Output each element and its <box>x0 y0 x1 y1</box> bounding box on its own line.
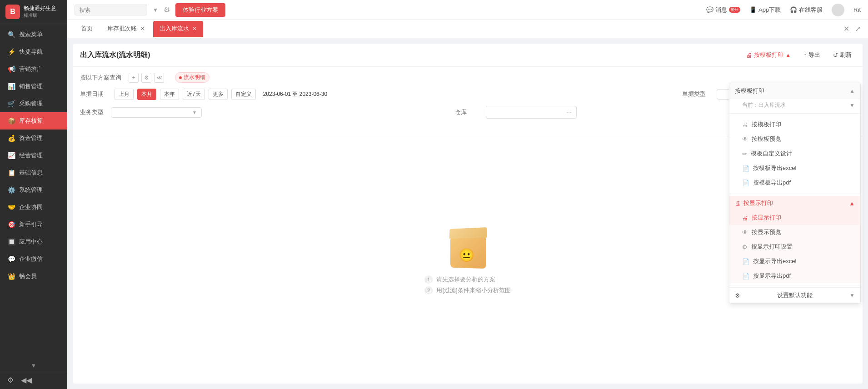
dropdown-collapse-icon[interactable]: ▲ <box>849 88 855 94</box>
dropdown-template-pdf-btn[interactable]: 📄 按模板导出pdf <box>729 175 860 190</box>
flow-detail-tag[interactable]: 流水明细 <box>175 72 210 83</box>
display-print-section-header[interactable]: 🖨 按显示打印 ▲ <box>729 196 860 210</box>
dropdown-display-excel-btn[interactable]: 📄 按显示导出excel <box>729 254 860 269</box>
sidebar-item-basic-info[interactable]: 📋 基础信息 <box>0 164 67 181</box>
print-dropdown-panel: 按模板打印 ▲ 当前：出入库流水 ▼ 🖨 按模板打印 👁 按模板预览 <box>729 83 861 304</box>
warehouse-more-icon[interactable]: ··· <box>566 109 572 116</box>
tab-inout-flow[interactable]: 出入库流水 ✕ <box>153 21 204 37</box>
date-last-month-button[interactable]: 上月 <box>115 89 134 100</box>
sidebar-item-cooperation[interactable]: 🤝 企业协同 <box>0 199 67 216</box>
collapse-filter-button[interactable]: ≪ <box>154 73 164 83</box>
settings-bottom-icon[interactable]: ⚙ <box>7 376 14 384</box>
sidebar-item-sales[interactable]: 📊 销售管理 <box>0 78 67 95</box>
printer-icon: 🖨 <box>746 52 752 59</box>
money-icon: 💰 <box>7 135 15 142</box>
template-preview-item-label: 按模板预览 <box>752 135 781 143</box>
clipboard-icon: 📋 <box>7 169 15 176</box>
sidebar-item-guide[interactable]: 🎯 新手引导 <box>0 216 67 233</box>
refresh-button[interactable]: ↺ 刷新 <box>829 49 855 61</box>
dropdown-template-excel-btn[interactable]: 📄 按模板导出excel <box>729 161 860 175</box>
sidebar-item-wechat[interactable]: 💬 企业微信 <box>0 250 67 268</box>
empty-tips: 1 请先选择要分析的方案 2 用[过滤]条件来缩小分析范围 <box>424 275 510 297</box>
topbar-dropdown-arrow[interactable]: ▼ <box>153 7 158 13</box>
dropdown-display-preview-btn[interactable]: 👁 按显示预览 <box>729 225 860 239</box>
headset-icon: 🎧 <box>790 6 797 13</box>
date-last-7-days-button[interactable]: 近7天 <box>183 89 205 100</box>
export-label: 导出 <box>808 51 820 59</box>
main-content: ▼ ⚙ 体验行业方案 💬 消息 99+ 📱 App下载 🎧 在线客服 Rit 首… <box>67 0 868 389</box>
flow-tag-label: 流水明细 <box>184 74 205 81</box>
date-more-button[interactable]: 更多 <box>209 89 228 100</box>
megaphone-icon: 📢 <box>7 65 15 73</box>
printer-display-icon: 🖨 <box>742 214 748 221</box>
dropdown-divider-3 <box>729 285 860 285</box>
date-this-month-button[interactable]: 本月 <box>137 89 156 100</box>
tab-inventory-batch[interactable]: 库存批次账 ✕ <box>101 21 151 37</box>
business-type-arrow: ▼ <box>192 110 197 115</box>
warehouse-select[interactable]: ··· <box>486 106 577 119</box>
add-filter-button[interactable]: + <box>129 73 139 83</box>
dropdown-display-pdf-btn[interactable]: 📄 按显示导出pdf <box>729 269 860 283</box>
industry-solution-button[interactable]: 体验行业方案 <box>175 3 225 17</box>
sidebar-item-search[interactable]: 🔍 搜索菜单 <box>0 26 67 43</box>
collapse-sidebar-icon[interactable]: ◀◀ <box>21 376 32 384</box>
dropdown-template-preview-btn[interactable]: 👁 按模板预览 <box>729 132 860 146</box>
current-chevron-icon: ▼ <box>849 102 855 109</box>
sidebar-item-vip[interactable]: 👑 畅会员 <box>0 268 67 285</box>
dropdown-template-print-btn[interactable]: 🖨 按模板打印 <box>729 117 860 132</box>
sidebar-item-apps[interactable]: 🔲 应用中心 <box>0 233 67 250</box>
sidebar-item-label: 基础信息 <box>19 169 43 177</box>
online-service-button[interactable]: 🎧 在线客服 <box>790 6 823 14</box>
message-badge: 99+ <box>729 7 740 13</box>
app-download-button[interactable]: 📱 App下载 <box>749 6 781 14</box>
dropdown-display-print-settings-btn[interactable]: ⚙ 按显示打印设置 <box>729 239 860 254</box>
topbar-gear-icon[interactable]: ⚙ <box>164 5 170 14</box>
gear-icon: ⚙️ <box>7 186 15 194</box>
sidebar-item-inventory[interactable]: 📦 库存核算 <box>0 112 67 130</box>
sidebar-scroll-down[interactable]: ▼ <box>0 360 67 371</box>
config-filter-button[interactable]: ⚙ <box>141 73 151 83</box>
dropdown-footer[interactable]: ⚙ 设置默认功能 ▼ <box>729 287 860 303</box>
eye-template-icon: 👁 <box>742 136 748 143</box>
sidebar-item-quick-nav[interactable]: ⚡ 快捷导航 <box>0 43 67 60</box>
empty-illustration: 😐 <box>445 223 490 268</box>
display-print-section-icon: 🖨 <box>735 200 741 207</box>
set-default-label: 设置默认功能 <box>777 291 813 299</box>
expand-window-icon[interactable]: ⤢ <box>855 25 861 33</box>
display-print-settings-item-label: 按显示打印设置 <box>751 243 793 251</box>
trend-icon: 📈 <box>7 152 15 159</box>
message-button[interactable]: 💬 消息 99+ <box>706 6 740 14</box>
date-this-year-button[interactable]: 本年 <box>160 89 179 100</box>
dropdown-display-print-btn[interactable]: 🖨 按显示打印 <box>729 210 860 225</box>
close-window-icon[interactable]: ✕ <box>843 25 849 33</box>
template-print-item-label: 按模板打印 <box>752 120 781 129</box>
sidebar-item-system[interactable]: ⚙️ 系统管理 <box>0 181 67 199</box>
dropdown-current-row: 当前：出入库流水 ▼ <box>729 99 860 111</box>
sidebar-nav: 🔍 搜索菜单 ⚡ 快捷导航 📢 营销推广 📊 销售管理 🛒 采购管理 📦 库存核… <box>0 24 67 360</box>
topbar-search-input[interactable] <box>75 5 147 15</box>
sidebar-item-label: 销售管理 <box>19 82 43 90</box>
dropdown-template-custom-btn[interactable]: ✏ 模板自定义设计 <box>729 146 860 161</box>
dropdown-header: 按模板打印 ▲ <box>729 83 860 99</box>
display-print-collapse-icon[interactable]: ▲ <box>849 200 855 207</box>
display-print-section: 🖨 按显示打印 ▲ 🖨 按显示打印 👁 按显示预览 ⚙ 按显示打印设置 <box>729 196 860 283</box>
tab-home[interactable]: 首页 <box>75 21 99 37</box>
business-type-select[interactable]: ▼ <box>111 107 202 118</box>
sidebar-item-label: 新手引导 <box>19 220 43 229</box>
export-button[interactable]: ↑ 导出 <box>800 49 824 61</box>
tab-inout-flow-close[interactable]: ✕ <box>192 25 197 32</box>
date-custom-button[interactable]: 自定义 <box>231 89 256 100</box>
filter-row-1: 按以下方案查询 + ⚙ ≪ 流水明细 <box>80 72 855 83</box>
sidebar-item-purchase[interactable]: 🛒 采购管理 <box>0 95 67 112</box>
print-template-button[interactable]: 🖨 按模板打印 ▲ <box>743 49 795 61</box>
sidebar-item-operations[interactable]: 📈 经营管理 <box>0 147 67 164</box>
sidebar-item-finance[interactable]: 💰 资金管理 <box>0 130 67 147</box>
tab-inventory-batch-close[interactable]: ✕ <box>140 25 145 32</box>
current-template-label: 当前：出入库流水 <box>742 101 786 109</box>
edit-template-icon: ✏ <box>742 150 747 157</box>
sidebar-item-marketing[interactable]: 📢 营销推广 <box>0 60 67 78</box>
page-title: 出入库流水(流水明细) <box>80 50 150 60</box>
user-avatar[interactable] <box>832 4 844 16</box>
crown-icon: 👑 <box>7 273 15 280</box>
message-icon: 💬 <box>706 6 713 13</box>
